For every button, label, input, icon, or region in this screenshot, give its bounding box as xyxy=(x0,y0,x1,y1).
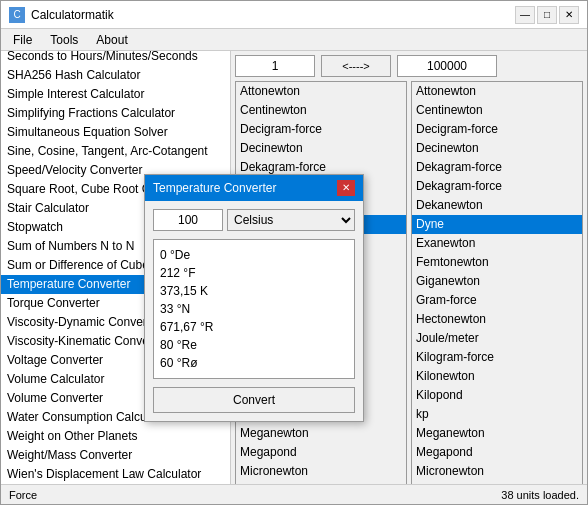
right-unit-item[interactable]: Hectonewton xyxy=(412,310,582,329)
minimize-button[interactable]: — xyxy=(515,6,535,24)
right-unit-item[interactable]: Dekagram-force xyxy=(412,158,582,177)
modal-close-button[interactable]: ✕ xyxy=(337,180,355,196)
sidebar-item[interactable]: SHA256 Hash Calculator xyxy=(1,66,230,85)
right-unit-item[interactable]: Dyne xyxy=(412,215,582,234)
right-unit-item[interactable]: Joule/meter xyxy=(412,329,582,348)
right-unit-item[interactable]: Millinewton xyxy=(412,481,582,484)
modal-unit-select[interactable]: CelsiusFahrenheitKelvinRankineReaumur xyxy=(227,209,355,231)
modal-body: CelsiusFahrenheitKelvinRankineReaumur 0 … xyxy=(145,201,363,421)
menu-tools[interactable]: Tools xyxy=(46,32,82,48)
temperature-converter-modal: Temperature Converter ✕ CelsiusFahrenhei… xyxy=(144,174,364,422)
modal-result-item: 373,15 K xyxy=(160,282,348,300)
right-unit-item[interactable]: Gram-force xyxy=(412,291,582,310)
title-bar-left: C Calculatormatik xyxy=(9,7,114,23)
main-wrapper: Quadratic Equation SolverRadioactivity C… xyxy=(1,51,587,484)
app-icon: C xyxy=(9,7,25,23)
right-unit-list-container: AttonewtonCentinewtonDecigram-forceDecin… xyxy=(411,81,583,484)
arrow-button[interactable]: <----> xyxy=(321,55,391,77)
right-unit-item[interactable]: Kilonewton xyxy=(412,367,582,386)
left-unit-item[interactable]: Millinewton xyxy=(236,481,406,484)
left-unit-item[interactable]: Attonewton xyxy=(236,82,406,101)
left-unit-item[interactable]: Megapond xyxy=(236,443,406,462)
sidebar-item[interactable]: Simultaneous Equation Solver xyxy=(1,123,230,142)
maximize-button[interactable]: □ xyxy=(537,6,557,24)
sidebar-item[interactable]: Seconds to Hours/Minutes/Seconds xyxy=(1,51,230,66)
left-unit-item[interactable]: Micronewton xyxy=(236,462,406,481)
left-unit-item[interactable]: Decigram-force xyxy=(236,120,406,139)
modal-result-item: 80 °Re xyxy=(160,336,348,354)
right-unit-item[interactable]: Attonewton xyxy=(412,82,582,101)
right-unit-item[interactable]: Kilopond xyxy=(412,386,582,405)
right-unit-item[interactable]: Centinewton xyxy=(412,101,582,120)
sidebar-item[interactable]: Wien's Displacement Law Calculator xyxy=(1,465,230,484)
right-unit-item[interactable]: Decigram-force xyxy=(412,120,582,139)
sidebar-item[interactable]: Weight/Mass Converter xyxy=(1,446,230,465)
menu-file[interactable]: File xyxy=(9,32,36,48)
sidebar-item[interactable]: Weight on Other Planets xyxy=(1,427,230,446)
output-value[interactable] xyxy=(397,55,497,77)
title-bar: C Calculatormatik — □ ✕ xyxy=(1,1,587,29)
status-right: 38 units loaded. xyxy=(501,489,579,501)
window-title: Calculatormatik xyxy=(31,8,114,22)
sidebar-item[interactable]: Simplifying Fractions Calculator xyxy=(1,104,230,123)
modal-title: Temperature Converter xyxy=(153,181,276,195)
right-unit-item[interactable]: Meganewton xyxy=(412,424,582,443)
modal-result-item: 671,67 °R xyxy=(160,318,348,336)
modal-result-item: 60 °Rø xyxy=(160,354,348,372)
right-unit-item[interactable]: Dekagram-force xyxy=(412,177,582,196)
modal-result-item: 212 °F xyxy=(160,264,348,282)
right-unit-item[interactable]: Decinewton xyxy=(412,139,582,158)
modal-results: 0 °De212 °F373,15 K33 °N671,67 °R80 °Re6… xyxy=(153,239,355,379)
modal-temperature-input[interactable] xyxy=(153,209,223,231)
right-unit-item[interactable]: Femtonewton xyxy=(412,253,582,272)
left-unit-item[interactable]: Meganewton xyxy=(236,424,406,443)
main-window: C Calculatormatik — □ ✕ File Tools About… xyxy=(0,0,588,505)
left-unit-item[interactable]: Centinewton xyxy=(236,101,406,120)
menu-bar: File Tools About xyxy=(1,29,587,51)
right-unit-item[interactable]: Giganewton xyxy=(412,272,582,291)
top-controls: <----> xyxy=(235,55,583,77)
left-unit-item[interactable]: Decinewton xyxy=(236,139,406,158)
input-value[interactable] xyxy=(235,55,315,77)
window-controls: — □ ✕ xyxy=(515,6,579,24)
right-unit-item[interactable]: Megapond xyxy=(412,443,582,462)
modal-convert-button[interactable]: Convert xyxy=(153,387,355,413)
right-unit-item[interactable]: Dekanewton xyxy=(412,196,582,215)
modal-result-item: 0 °De xyxy=(160,246,348,264)
right-unit-item[interactable]: Kilogram-force xyxy=(412,348,582,367)
modal-input-row: CelsiusFahrenheitKelvinRankineReaumur xyxy=(153,209,355,231)
right-unit-list-scroll[interactable]: AttonewtonCentinewtonDecigram-forceDecin… xyxy=(412,82,582,484)
right-unit-item[interactable]: Micronewton xyxy=(412,462,582,481)
right-unit-item[interactable]: Exanewton xyxy=(412,234,582,253)
modal-title-bar: Temperature Converter ✕ xyxy=(145,175,363,201)
right-unit-item[interactable]: kp xyxy=(412,405,582,424)
status-left: Force xyxy=(9,489,37,501)
menu-about[interactable]: About xyxy=(92,32,131,48)
status-bar: Force 38 units loaded. xyxy=(1,484,587,504)
sidebar-item[interactable]: Sine, Cosine, Tangent, Arc-Cotangent xyxy=(1,142,230,161)
sidebar-item[interactable]: Simple Interest Calculator xyxy=(1,85,230,104)
close-button[interactable]: ✕ xyxy=(559,6,579,24)
modal-result-item: 33 °N xyxy=(160,300,348,318)
